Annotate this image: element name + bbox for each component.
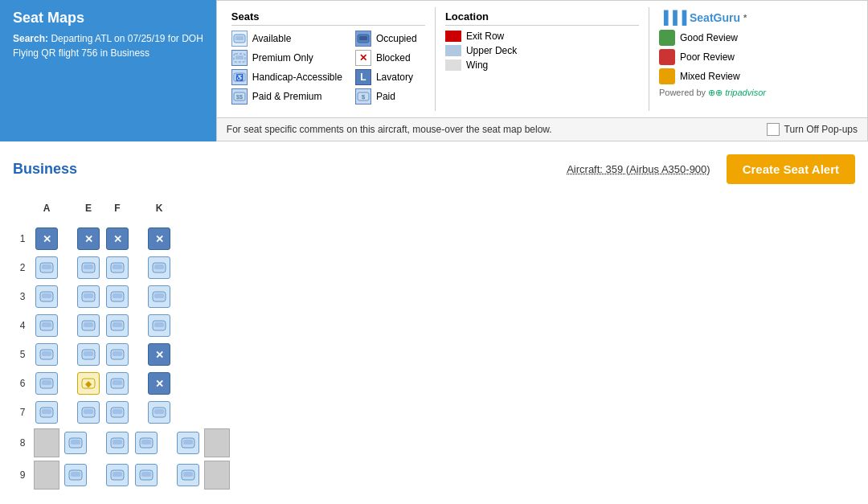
seat-7k[interactable]: [146, 400, 172, 425]
seatguru-logo: ▐▐▐ SeatGuru *: [659, 10, 853, 25]
seat-1k[interactable]: ✕: [146, 226, 172, 252]
table-row: 4: [13, 311, 855, 340]
svg-rect-53: [113, 409, 122, 414]
table-row: 3: [13, 282, 855, 311]
exit-icon: [445, 31, 461, 42]
seat-6e[interactable]: ◆: [76, 371, 101, 396]
legend-lavatory: L Lavatory: [355, 69, 417, 85]
available-icon: [231, 31, 248, 47]
seat-4f[interactable]: [104, 313, 130, 338]
legend-top: Seats Available Pre: [217, 1, 867, 117]
seat-4k[interactable]: [146, 313, 172, 338]
search-label: Search:: [13, 33, 48, 44]
seat-7a[interactable]: [34, 400, 59, 425]
divider-2: [649, 7, 649, 111]
seat-5e[interactable]: [76, 342, 101, 367]
svg-rect-25: [113, 293, 122, 298]
seat-6k[interactable]: ✕: [146, 371, 172, 396]
legend-upper: Upper Deck: [445, 45, 639, 56]
seat-7e[interactable]: [76, 400, 101, 425]
col-footer-k: K: [146, 496, 172, 504]
seatguru-brand: SeatGuru: [690, 11, 740, 24]
seat-3k[interactable]: [146, 284, 172, 309]
seat-1f[interactable]: ✕: [104, 226, 130, 252]
gray-left-8: [34, 428, 59, 457]
seat-5f[interactable]: [104, 342, 130, 367]
create-seat-alert-button[interactable]: Create Seat Alert: [727, 154, 855, 184]
gray-left-9: [34, 461, 59, 490]
seat-3f[interactable]: [104, 284, 130, 309]
seat-9k[interactable]: [175, 462, 201, 488]
paid-premium-label: Paid & Premium: [252, 91, 322, 102]
table-row: 7: [13, 398, 855, 427]
seat-7f[interactable]: [104, 400, 130, 425]
col-header-f: F: [104, 195, 130, 221]
seat-map: A E F K 1 ✕ ✕: [13, 194, 855, 504]
seat-2e[interactable]: [76, 255, 101, 281]
seat-5a[interactable]: [34, 342, 59, 367]
col-header-a: A: [34, 195, 59, 221]
col-headers: A E F K: [13, 194, 855, 223]
svg-rect-13: [42, 264, 51, 269]
svg-rect-19: [154, 264, 164, 269]
svg-rect-3: [235, 55, 244, 59]
legend-bottom: For seat specific comments on this aircr…: [217, 117, 867, 141]
seat-8e[interactable]: [104, 430, 130, 456]
legend-occupied: Occupied: [355, 31, 417, 47]
powered-by: Powered by ⊕⊕ tripadvisor: [659, 88, 853, 98]
available-label: Available: [252, 33, 291, 44]
search-info: Search: Departing ATL on 07/25/19 for DO…: [13, 31, 203, 60]
page-title: Seat Maps: [13, 10, 203, 27]
seats-title: Seats: [231, 10, 425, 26]
seat-8a[interactable]: [63, 430, 88, 456]
svg-rect-35: [154, 322, 164, 327]
paid-label: Paid: [376, 91, 395, 102]
seats-cols: Available Premium Only ♿ Ha: [231, 31, 425, 108]
seats-legend: Seats Available Pre: [225, 7, 432, 111]
seat-4e[interactable]: [76, 313, 101, 338]
seat-5k[interactable]: ✕: [146, 342, 172, 367]
seat-6f[interactable]: [104, 371, 130, 396]
legend-poor-review: Poor Review: [659, 49, 853, 65]
svg-text:$: $: [362, 93, 366, 100]
mixed-review-label: Mixed Review: [680, 71, 740, 82]
legend-blocked: ✕ Blocked: [355, 50, 417, 66]
asterisk: *: [743, 13, 747, 23]
svg-rect-61: [141, 440, 151, 445]
table-row: 5 ✕: [13, 340, 855, 369]
seat-1a[interactable]: ✕: [34, 226, 59, 252]
seatguru-bars-icon: ▐▐▐: [659, 10, 686, 25]
popup-checkbox[interactable]: [767, 123, 780, 136]
seat-8f[interactable]: [133, 430, 159, 456]
popup-toggle[interactable]: Turn Off Pop-ups: [767, 123, 858, 136]
gray-right-9: [204, 461, 230, 490]
seat-3a[interactable]: [34, 284, 59, 309]
svg-rect-59: [113, 440, 122, 445]
seat-9f[interactable]: [133, 462, 159, 488]
seat-1e[interactable]: ✕: [76, 226, 101, 252]
seat-9e[interactable]: [104, 462, 130, 488]
svg-rect-55: [154, 409, 164, 414]
good-review-label: Good Review: [680, 32, 738, 43]
seat-6a[interactable]: [34, 371, 59, 396]
header: Seat Maps Search: Departing ATL on 07/25…: [0, 0, 868, 141]
seat-3e[interactable]: [76, 284, 101, 309]
svg-rect-63: [183, 440, 193, 445]
occupied-label: Occupied: [376, 33, 417, 44]
seats-col-right: Occupied ✕ Blocked L Lavatory $: [355, 31, 417, 108]
mixed-review-icon: [659, 68, 675, 84]
seat-2k[interactable]: [146, 255, 172, 281]
seat-4a[interactable]: [34, 313, 59, 338]
col-header-k: K: [146, 195, 172, 221]
seat-2f[interactable]: [104, 255, 130, 281]
section-title: Business: [13, 161, 77, 178]
seat-2a[interactable]: [34, 255, 59, 281]
upper-label: Upper Deck: [466, 45, 517, 56]
legend-wing: Wing: [445, 59, 639, 71]
premium-icon: [231, 50, 248, 66]
seat-9a[interactable]: [63, 462, 88, 488]
svg-rect-33: [113, 322, 122, 327]
main-content: Business Aircraft: 359 (Airbus A350-900)…: [0, 141, 868, 504]
seat-8k[interactable]: [175, 430, 201, 456]
legend-premium: Premium Only: [231, 50, 342, 66]
